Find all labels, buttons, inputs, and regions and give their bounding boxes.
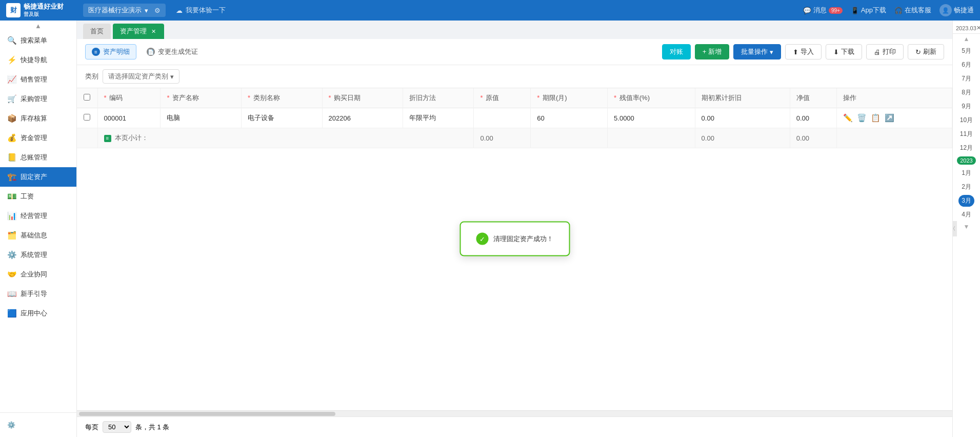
sidebar-settings-btn[interactable]: ⚙️: [0, 417, 76, 433]
sidebar-item-system[interactable]: ⚙️ 系统管理: [0, 245, 76, 265]
company-selector[interactable]: 医疗器械行业演示 ▾ ⚙: [83, 4, 166, 17]
col-net-value: 净值: [790, 88, 837, 108]
rp-year-badge-2023[interactable]: 2023: [957, 156, 975, 165]
tab-close-btn[interactable]: ✕: [150, 28, 157, 35]
export-label: 导入: [801, 47, 814, 56]
scrollbar-thumb[interactable]: [79, 412, 335, 416]
col-action: 操作: [837, 88, 952, 108]
sidebar-item-ledger[interactable]: 📒 总账管理: [0, 148, 76, 167]
table-row: 000001 电脑 电子设备 202206 年限平均 60 5.0000 0.0…: [77, 108, 952, 128]
sidebar-item-sales[interactable]: 📈 销售管理: [0, 70, 76, 89]
rp-expand-btn[interactable]: 〈: [952, 221, 957, 236]
copy-icon[interactable]: 📋: [871, 113, 881, 123]
rp-month-8[interactable]: 8月: [953, 86, 980, 100]
per-page-label: 每页: [85, 423, 98, 432]
reconcile-btn[interactable]: 对账: [662, 44, 691, 59]
row-category: 电子设备: [241, 108, 322, 128]
online-service-btn[interactable]: 🎧 在线客服: [894, 6, 931, 15]
col-name: * 资产名称: [161, 88, 242, 108]
new-btn[interactable]: + 新增: [695, 44, 729, 59]
logo-icon: 财: [6, 3, 21, 17]
col-period: * 期限(月): [531, 88, 608, 108]
sidebar-label-ledger: 总账管理: [21, 153, 47, 162]
col-initial-depreciation: 期初累计折旧: [695, 88, 790, 108]
col-original-value: * 原值: [474, 88, 531, 108]
rp-month-3-active[interactable]: 3月: [958, 195, 974, 207]
print-icon: 🖨: [874, 48, 881, 56]
col-depreciation-method: 折旧方法: [403, 88, 474, 108]
sidebar-item-app-center[interactable]: 🟦 应用中心: [0, 304, 76, 323]
more-icon[interactable]: ↗️: [885, 113, 894, 123]
refresh-btn[interactable]: ↻ 刷新: [908, 44, 944, 59]
tab-bar: 首页 资产管理 ✕: [77, 21, 952, 39]
funds-icon: 💰: [7, 133, 16, 143]
rp-month-4[interactable]: 4月: [953, 208, 980, 222]
page-toolbar: ≡ 资产明细 📄 变更生成凭证 对账 + 新增 批量操作 ▾: [77, 39, 952, 65]
sidebar-item-purchase[interactable]: 🛒 采购管理: [0, 89, 76, 109]
sidebar-label-system: 系统管理: [21, 250, 47, 260]
row-checkbox-cell: [77, 108, 97, 128]
sidebar-label-search: 搜索菜单: [21, 36, 47, 45]
sales-icon: 📈: [7, 75, 16, 84]
subtotal-original-value: 0.00: [474, 128, 531, 148]
sub-tab-change-voucher[interactable]: 📄 变更生成凭证: [141, 45, 204, 59]
rp-month-6[interactable]: 6月: [953, 58, 980, 72]
messages-btn[interactable]: 💬 消息 99+: [803, 6, 843, 15]
sub-tab-asset-detail[interactable]: ≡ 资产明细: [85, 44, 136, 59]
rp-month-2[interactable]: 2月: [953, 180, 980, 194]
rp-up-btn[interactable]: ▲: [953, 34, 980, 44]
sidebar-item-guide[interactable]: 📖 新手引导: [0, 284, 76, 304]
delete-icon[interactable]: 🗑️: [857, 113, 867, 123]
rp-month-1[interactable]: 1月: [953, 166, 980, 180]
sidebar-label-funds: 资金管理: [21, 133, 47, 143]
sidebar-item-salary[interactable]: 💵 工资: [0, 187, 76, 206]
system-icon: ⚙️: [7, 250, 16, 260]
category-filter-select[interactable]: 请选择固定资产类别 ▾: [103, 69, 179, 84]
settings-icon[interactable]: ⚙: [154, 7, 161, 14]
page-content: ≡ 资产明细 📄 变更生成凭证 对账 + 新增 批量操作 ▾: [77, 39, 952, 437]
sub-tab-asset-detail-label: 资产明细: [103, 47, 130, 56]
sidebar-item-basic-info[interactable]: 🗂️ 基础信息: [0, 226, 76, 245]
refresh-label: 刷新: [923, 47, 936, 56]
select-all-checkbox[interactable]: [84, 94, 90, 101]
table-header-row: * 编码 * 资产名称 * 类别名称: [77, 88, 952, 108]
msg-label: 消息: [813, 6, 827, 15]
per-page-select[interactable]: 50 100: [103, 421, 131, 433]
sidebar-label-inventory: 库存核算: [21, 114, 47, 123]
sidebar-item-cooperation[interactable]: 🤝 企业协同: [0, 265, 76, 284]
rp-month-11[interactable]: 11月: [953, 127, 980, 141]
user-avatar[interactable]: 👤 畅捷通: [939, 4, 974, 16]
experience-btn[interactable]: ☁ 我要体验一下: [176, 6, 226, 15]
sidebar-label-app-center: 应用中心: [21, 309, 47, 318]
sidebar-label-fixed-assets: 固定资产: [21, 172, 47, 182]
download-btn[interactable]: ⬇ 下载: [826, 44, 862, 59]
row-checkbox[interactable]: [84, 114, 90, 121]
tab-home[interactable]: 首页: [83, 24, 111, 39]
tab-asset-mgmt[interactable]: 资产管理 ✕: [113, 24, 164, 39]
app-download-btn[interactable]: 📱 App下载: [851, 6, 886, 15]
rp-month-5[interactable]: 5月: [953, 44, 980, 58]
sidebar-item-fixed-assets[interactable]: 🏗️ 固定资产: [0, 167, 76, 187]
export-btn[interactable]: ⬆ 导入: [785, 44, 822, 59]
rp-month-10[interactable]: 10月: [953, 113, 980, 127]
sidebar-item-funds[interactable]: 💰 资金管理: [0, 128, 76, 148]
rp-month-9[interactable]: 9月: [953, 100, 980, 113]
rp-close-btn[interactable]: ✕: [976, 25, 980, 31]
sidebar-item-search[interactable]: 🔍 搜索菜单: [0, 31, 76, 50]
sidebar-item-inventory[interactable]: 📦 库存核算: [0, 109, 76, 128]
sidebar-item-quick-nav[interactable]: ⚡ 快捷导航: [0, 50, 76, 70]
edit-icon[interactable]: ✏️: [843, 113, 853, 123]
inventory-icon: 📦: [7, 114, 16, 123]
print-btn[interactable]: 🖨 打印: [866, 44, 904, 59]
sidebar-label-guide: 新手引导: [21, 289, 47, 299]
rp-month-12[interactable]: 12月: [953, 141, 980, 155]
msg-badge: 99+: [829, 7, 843, 14]
sidebar-scroll-up[interactable]: ▲: [0, 21, 76, 31]
rp-month-7[interactable]: 7月: [953, 72, 980, 86]
sidebar-label-purchase: 采购管理: [21, 94, 47, 104]
col-code: * 编码: [97, 88, 161, 108]
batch-btn[interactable]: 批量操作 ▾: [733, 44, 781, 59]
sidebar-item-operations[interactable]: 📊 经营管理: [0, 206, 76, 226]
app-center-icon: 🟦: [7, 309, 16, 318]
bottom-scrollbar[interactable]: [77, 410, 952, 416]
